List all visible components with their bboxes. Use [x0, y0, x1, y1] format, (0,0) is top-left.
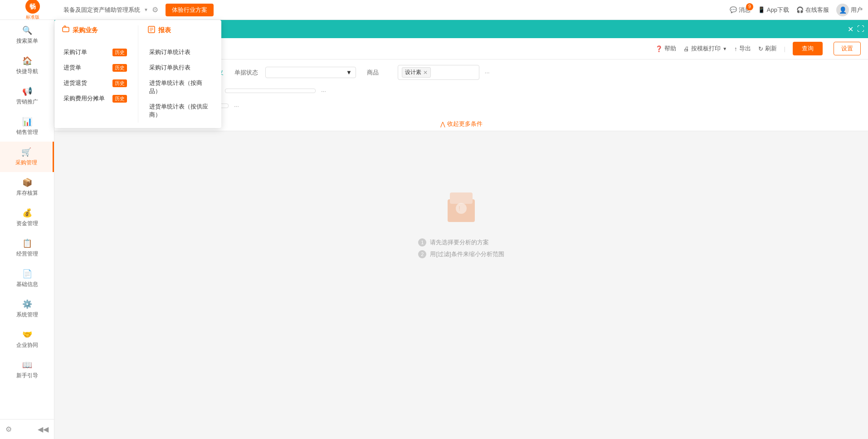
- empty-hints: 1 请先选择要分析的方案 2 用[过滤]条件来缩小分析范围: [418, 238, 504, 258]
- salesperson-more-icon[interactable]: ···: [321, 88, 326, 94]
- logo-icon: 畅: [25, 0, 40, 14]
- home-icon: 🏠: [22, 56, 32, 66]
- print-dropdown-icon[interactable]: ▼: [722, 46, 727, 51]
- gear-icon[interactable]: ⚙: [152, 5, 158, 14]
- finance-icon: 💰: [22, 208, 32, 218]
- phone-icon: 📱: [758, 6, 765, 13]
- hint-num-2: 2: [418, 250, 426, 258]
- tab-minimize-icon[interactable]: ✕: [848, 25, 853, 34]
- logo-text: 标准版: [26, 14, 39, 20]
- app-download-btn[interactable]: 📱 App下载: [758, 6, 789, 14]
- refresh-btn[interactable]: ↻ 刷新: [758, 44, 777, 53]
- help-icon: ❓: [655, 45, 663, 52]
- sidebar-item-search[interactable]: 🔍 搜索菜单: [0, 20, 54, 50]
- empty-illustration: !: [439, 186, 484, 231]
- refresh-label: 刷新: [765, 44, 777, 53]
- report-section-label: 报表: [158, 26, 171, 35]
- tab-actions: ✕ ⛶: [848, 25, 864, 34]
- operations-icon: 📋: [22, 238, 32, 248]
- svg-point-4: [456, 203, 467, 214]
- tab-maximize-icon[interactable]: ⛶: [857, 25, 864, 33]
- sidebar-menu: 🔍 搜索菜单 🏠 快捷导航 📢 营销推广 📊 销售管理 🛒 采购管理: [0, 20, 54, 419]
- sidebar-label-marketing: 营销推广: [16, 98, 38, 106]
- export-icon: ↑: [734, 45, 737, 52]
- print-label: 按模板打印: [691, 44, 721, 53]
- print-btn[interactable]: 🖨 按模板打印 ▼: [683, 44, 727, 53]
- marketing-icon: 📢: [22, 86, 32, 96]
- menu-item-goods-stats-by-goods[interactable]: 进货单统计表（按商品）: [147, 75, 215, 99]
- sidebar-settings-icon[interactable]: ⚙: [5, 425, 12, 434]
- sidebar-label-inventory: 库存核算: [16, 189, 38, 197]
- menu-item-purchase-return[interactable]: 进货退货 历史: [62, 75, 129, 91]
- sidebar-item-quicknav[interactable]: 🏠 快捷导航: [0, 50, 54, 81]
- order-stats-label: 采购订单统计表: [149, 48, 190, 56]
- messages-btn[interactable]: 💬 消息 9: [730, 6, 751, 14]
- report-section-title: 报表: [147, 25, 215, 39]
- sidebar-item-newbie[interactable]: 📖 新手引导: [0, 355, 54, 385]
- svg-rect-3: [450, 192, 473, 204]
- system-dropdown-arrow[interactable]: ▼: [144, 7, 148, 12]
- sidebar-item-operations[interactable]: 📋 经营管理: [0, 233, 54, 263]
- sidebar-bottom: ⚙ ◀◀: [0, 419, 54, 439]
- query-btn[interactable]: 查询: [793, 42, 823, 55]
- history-badge-purchase-expense: 历史: [112, 95, 127, 103]
- app-download-label: App下载: [767, 6, 789, 14]
- sidebar-item-inventory[interactable]: 📦 库存核算: [0, 172, 54, 202]
- purchase-section-title: 采购业务: [62, 25, 129, 39]
- sidebar-label-finance: 资金管理: [16, 220, 38, 227]
- doc-status-label: 单据状态: [234, 69, 262, 77]
- sidebar-item-sales[interactable]: 📊 销售管理: [0, 111, 54, 142]
- top-right: 💬 消息 9 📱 App下载 🎧 在线客服 👤 用户: [730, 4, 863, 16]
- report-section-icon: [147, 25, 156, 35]
- online-service-btn[interactable]: 🎧 在线客服: [796, 6, 829, 14]
- menu-item-purchase-expense[interactable]: 采购费用分摊单 历史: [62, 91, 129, 106]
- avatar: 👤: [836, 4, 849, 16]
- sidebar-label-enterprise: 企业协同: [16, 341, 38, 349]
- online-service-label: 在线客服: [805, 6, 829, 14]
- order-exec-label: 采购订单执行表: [149, 64, 190, 72]
- sidebar-label-system: 系统管理: [16, 311, 38, 319]
- goods-more-icon[interactable]: ···: [485, 69, 490, 76]
- sidebar-label-operations: 经营管理: [16, 250, 38, 258]
- menu-item-order-stats[interactable]: 采购订单统计表: [147, 44, 215, 60]
- salesperson-input[interactable]: [225, 89, 316, 93]
- messages-badge: 9: [746, 3, 753, 10]
- sidebar-item-system[interactable]: ⚙️ 系统管理: [0, 294, 54, 324]
- sidebar-label-quicknav: 快捷导航: [16, 68, 38, 75]
- hint-text-2: 用[过滤]条件来缩小分析范围: [430, 250, 504, 258]
- menu-item-purchase-order[interactable]: 采购订单 历史: [62, 44, 129, 60]
- sidebar-item-marketing[interactable]: 📢 营销推广: [0, 81, 54, 111]
- menu-item-purchase-goods[interactable]: 进货单 历史: [62, 60, 129, 75]
- customer-more-icon[interactable]: ···: [234, 103, 239, 109]
- user-btn[interactable]: 👤 用户: [836, 4, 863, 16]
- goods-label: 商品: [367, 69, 394, 77]
- sidebar-item-basic[interactable]: 📄 基础信息: [0, 263, 54, 294]
- export-btn[interactable]: ↑ 导出: [734, 44, 751, 53]
- goods-input[interactable]: 设计素 ✕: [398, 65, 479, 80]
- industry-btn[interactable]: 体验行业方案: [166, 4, 214, 16]
- refresh-icon: ↻: [758, 45, 763, 52]
- empty-hint-1: 1 请先选择要分析的方案: [418, 238, 504, 247]
- doc-status-select[interactable]: ▼: [265, 67, 356, 78]
- goods-stats-by-supplier-label: 进货单统计表（按供应商）: [149, 103, 213, 119]
- settings-btn[interactable]: 设置: [834, 42, 861, 55]
- sidebar-item-finance[interactable]: 💰 资金管理: [0, 202, 54, 233]
- goods-tag-close[interactable]: ✕: [423, 69, 428, 76]
- sidebar-label-sales: 销售管理: [16, 128, 38, 136]
- sidebar-item-enterprise[interactable]: 🤝 企业协同: [0, 324, 54, 355]
- goods-stats-by-goods-label: 进货单统计表（按商品）: [149, 79, 213, 95]
- menu-item-goods-stats-by-supplier[interactable]: 进货单统计表（按供应商）: [147, 99, 215, 123]
- sidebar-collapse-icon[interactable]: ◀◀: [38, 425, 49, 434]
- menu-item-order-exec[interactable]: 采购订单执行表: [147, 60, 215, 75]
- goods-filter: 商品 设计素 ✕ ···: [367, 65, 490, 80]
- empty-hint-2: 2 用[过滤]条件来缩小分析范围: [418, 250, 504, 258]
- purchase-section-label: 采购业务: [73, 26, 98, 35]
- purchase-section-icon: [62, 25, 70, 35]
- sidebar-item-purchase[interactable]: 🛒 采购管理: [0, 142, 54, 172]
- print-icon: 🖨: [683, 45, 689, 52]
- system-icon: ⚙️: [22, 299, 32, 309]
- enterprise-icon: 🤝: [22, 330, 32, 340]
- search-icon: 🔍: [22, 25, 32, 35]
- help-btn[interactable]: ❓ 帮助: [655, 44, 676, 53]
- logo-area: 畅 标准版: [5, 0, 60, 20]
